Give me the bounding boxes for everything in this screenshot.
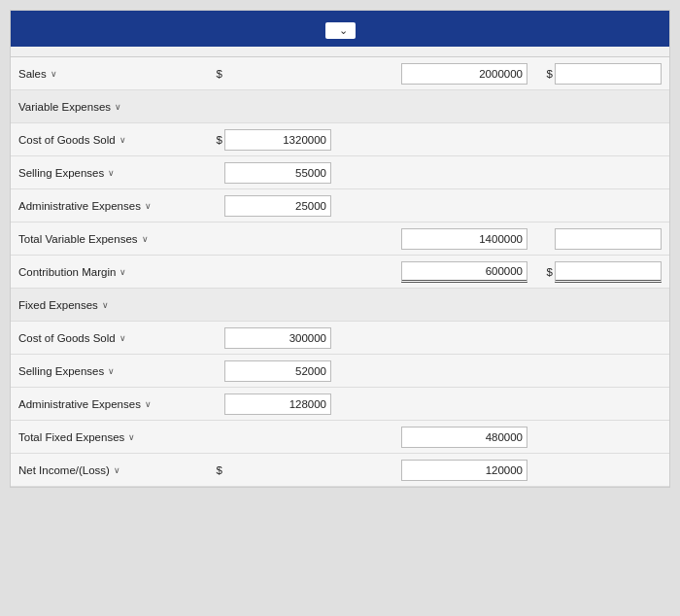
period-selector[interactable]: ⌄ <box>325 22 356 39</box>
dropdown-chevron-admin-variable[interactable]: ∨ <box>145 201 152 211</box>
table-row-contribution-margin: Contribution Margin ∨600000$ <box>11 256 669 289</box>
per-unit-dollar-sales: $ <box>535 68 555 80</box>
total-value-net-income[interactable]: 120000 <box>401 460 527 481</box>
label-text-total-fixed: Total Fixed Expenses <box>18 431 124 443</box>
table-row-selling-variable: Selling Expenses ∨55000 <box>11 156 669 189</box>
table-row-total-fixed: Total Fixed Expenses ∨480000 <box>11 421 669 454</box>
row-label-selling-variable: Selling Expenses ∨ <box>11 163 205 183</box>
total-value-sales[interactable]: 2000000 <box>401 63 527 85</box>
dropdown-chevron-selling-fixed[interactable]: ∨ <box>108 366 115 376</box>
main-container: ⌄ Sales ∨$2000000$Variable Expenses ∨Cos… <box>10 10 670 488</box>
dropdown-chevron-total-fixed[interactable]: ∨ <box>128 432 135 442</box>
dollar-prefix-sales: $ <box>205 68 224 80</box>
per-unit-dollar-contribution-margin: $ <box>535 266 555 278</box>
row-label-admin-fixed: Administrative Expenses ∨ <box>11 394 205 414</box>
row-label-admin-variable: Administrative Expenses ∨ <box>11 196 205 216</box>
table-row-variable-expenses-header: Variable Expenses ∨ <box>11 90 669 123</box>
label-text-selling-variable: Selling Expenses <box>18 167 104 179</box>
dropdown-chevron-variable-expenses-header[interactable]: ∨ <box>115 102 121 112</box>
row-label-selling-fixed: Selling Expenses ∨ <box>11 361 205 381</box>
table-row-cogs-variable: Cost of Goods Sold ∨$1320000 <box>11 123 669 156</box>
label-text-contribution-margin: Contribution Margin <box>18 266 116 278</box>
total-value-total-variable[interactable]: 1400000 <box>401 228 527 250</box>
dollar-prefix-net-income: $ <box>205 464 224 476</box>
table-row-cogs-fixed: Cost of Goods Sold ∨300000 <box>11 322 669 355</box>
period-chevron-icon[interactable]: ⌄ <box>339 24 348 37</box>
dropdown-chevron-cogs-fixed[interactable]: ∨ <box>119 333 126 343</box>
label-text-cogs-fixed: Cost of Goods Sold <box>18 332 116 344</box>
label-text-selling-fixed: Selling Expenses <box>18 365 104 377</box>
dropdown-chevron-selling-variable[interactable]: ∨ <box>108 168 115 178</box>
input-value-cogs-fixed[interactable]: 300000 <box>224 327 331 349</box>
table-row-sales: Sales ∨$2000000$ <box>11 57 669 90</box>
row-label-total-fixed: Total Fixed Expenses ∨ <box>11 428 205 447</box>
table-row-admin-fixed: Administrative Expenses ∨128000 <box>11 388 669 421</box>
dropdown-chevron-cogs-variable[interactable]: ∨ <box>119 135 126 145</box>
row-label-net-income: Net Income/(Loss) ∨ <box>11 461 205 480</box>
label-text-total-variable: Total Variable Expenses <box>18 233 138 245</box>
label-text-fixed-expenses-header: Fixed Expenses <box>18 299 98 311</box>
per-unit-value-contribution-margin[interactable] <box>555 261 662 283</box>
column-headers <box>11 47 669 57</box>
input-value-selling-variable[interactable]: 55000 <box>224 162 331 184</box>
table-row-selling-fixed: Selling Expenses ∨52000 <box>11 355 669 388</box>
label-text-sales: Sales <box>18 68 47 80</box>
input-value-admin-fixed[interactable]: 128000 <box>224 394 331 415</box>
label-text-admin-fixed: Administrative Expenses <box>18 398 141 410</box>
row-label-fixed-expenses-header: Fixed Expenses ∨ <box>11 295 205 315</box>
dropdown-chevron-net-income[interactable]: ∨ <box>114 465 120 475</box>
label-text-net-income: Net Income/(Loss) <box>18 464 110 476</box>
label-text-variable-expenses-header: Variable Expenses <box>18 101 111 113</box>
total-value-contribution-margin[interactable]: 600000 <box>401 261 527 283</box>
dropdown-chevron-total-variable[interactable]: ∨ <box>142 234 149 244</box>
label-text-cogs-variable: Cost of Goods Sold <box>18 134 116 146</box>
dropdown-chevron-sales[interactable]: ∨ <box>51 69 57 79</box>
row-label-total-variable: Total Variable Expenses ∨ <box>11 229 205 249</box>
dropdown-chevron-contribution-margin[interactable]: ∨ <box>119 267 126 277</box>
dropdown-chevron-fixed-expenses-header[interactable]: ∨ <box>102 300 109 310</box>
row-label-cogs-fixed: Cost of Goods Sold ∨ <box>11 328 205 348</box>
per-unit-value-sales[interactable] <box>555 63 662 85</box>
label-text-admin-variable: Administrative Expenses <box>18 200 141 212</box>
row-label-cogs-variable: Cost of Goods Sold ∨ <box>11 130 205 150</box>
table-row-total-variable: Total Variable Expenses ∨1400000 <box>11 222 669 256</box>
table-body: Sales ∨$2000000$Variable Expenses ∨Cost … <box>11 57 669 487</box>
row-label-sales: Sales ∨ <box>11 64 205 84</box>
row-label-variable-expenses-header: Variable Expenses ∨ <box>11 97 205 117</box>
input-value-cogs-variable[interactable]: 1320000 <box>224 129 331 151</box>
row-label-contribution-margin: Contribution Margin ∨ <box>11 262 205 282</box>
header: ⌄ <box>11 11 669 47</box>
table-row-net-income: Net Income/(Loss) ∨$120000 <box>11 454 669 487</box>
table-row-admin-variable: Administrative Expenses ∨25000 <box>11 189 669 222</box>
dollar-prefix-cogs-variable: $ <box>205 134 224 146</box>
table-row-fixed-expenses-header: Fixed Expenses ∨ <box>11 289 669 322</box>
per-unit-value-total-variable[interactable] <box>555 228 662 250</box>
input-value-admin-variable[interactable]: 25000 <box>224 195 331 217</box>
dropdown-chevron-admin-fixed[interactable]: ∨ <box>145 399 152 409</box>
total-value-total-fixed[interactable]: 480000 <box>401 427 527 448</box>
input-value-selling-fixed[interactable]: 52000 <box>224 360 331 382</box>
